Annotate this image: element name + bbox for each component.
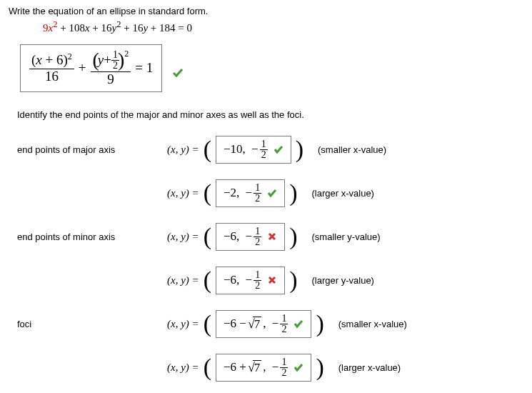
- minor-label: end points of minor axis: [17, 232, 167, 242]
- hint-larger-x: (larger x-value): [312, 188, 374, 199]
- major-larger-row: (x, y) = ( −2, − 12 ) (larger x-value): [9, 179, 523, 207]
- minor-larger-row: (x, y) = ( −6, − 12 ) (larger y-value): [9, 267, 523, 294]
- check-icon: [293, 319, 303, 329]
- standard-form-answer[interactable]: (x + 6)2 16 + (y + 12)2 9 = 1: [20, 44, 162, 92]
- check-icon: [267, 188, 277, 198]
- check-icon: [273, 144, 283, 154]
- xy-label: (x, y) =: [167, 187, 199, 199]
- cross-icon: [267, 232, 277, 242]
- hint-larger-x: (larger x-value): [338, 362, 401, 373]
- hint-smaller-y: (smaller y-value): [312, 232, 381, 242]
- major-smaller-answer[interactable]: −10, − 12: [216, 136, 291, 164]
- xy-label: (x, y) =: [167, 318, 199, 330]
- foci-smaller-row: foci (x, y) = ( −6 − 7 , − 12 ) (smaller…: [9, 310, 523, 338]
- foci-label: foci: [17, 319, 167, 329]
- minor-smaller-answer[interactable]: −6, − 12: [216, 223, 285, 251]
- given-equation: 9x2 + 108x + 16y2 + 16y + 184 = 0: [9, 19, 523, 34]
- major-label: end points of major axis: [17, 144, 167, 155]
- hint-smaller-x: (smaller x-value): [338, 319, 407, 329]
- foci-smaller-answer[interactable]: −6 − 7 , − 12: [216, 310, 311, 338]
- check-icon: [172, 67, 184, 79]
- foci-larger-row: (x, y) = ( −6 + 7 , − 12 ) (larger x-val…: [9, 354, 523, 382]
- identify-prompt: Identify the end points of the major and…: [17, 109, 523, 120]
- hint-smaller-x: (smaller x-value): [318, 144, 386, 155]
- xy-label: (x, y) =: [167, 144, 199, 156]
- prompt-text: Write the equation of an ellipse in stan…: [9, 6, 523, 16]
- foci-larger-answer[interactable]: −6 + 7 , − 12: [216, 354, 311, 382]
- check-icon: [293, 362, 303, 372]
- hint-larger-y: (larger y-value): [312, 275, 374, 286]
- major-smaller-row: end points of major axis (x, y) = ( −10,…: [9, 136, 523, 164]
- minor-larger-answer[interactable]: −6, − 12: [216, 267, 285, 294]
- xy-label: (x, y) =: [167, 274, 199, 287]
- major-larger-answer[interactable]: −2, − 12: [216, 179, 285, 207]
- cross-icon: [267, 275, 277, 285]
- minor-smaller-row: end points of minor axis (x, y) = ( −6, …: [9, 223, 523, 251]
- xy-label: (x, y) =: [167, 231, 199, 243]
- xy-label: (x, y) =: [167, 362, 199, 374]
